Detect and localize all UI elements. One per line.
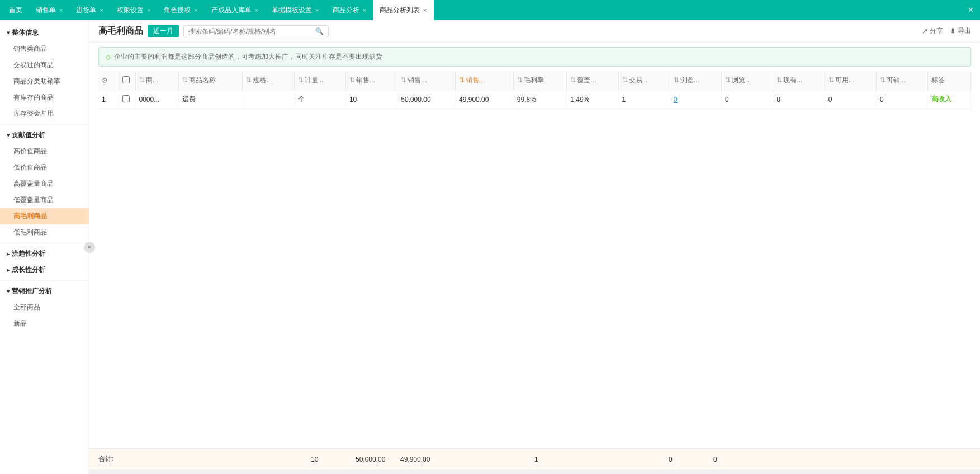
close-tab-permission[interactable]: × (147, 7, 150, 13)
col-trade: ⇅交易... (618, 71, 670, 90)
col-tag: 标签 (928, 71, 971, 90)
data-table: ⚙ ⇅商... ⇅商品名称 ⇅规格... ⇅计量... ⇅销售... ⇅销售..… (98, 71, 971, 109)
footer-cell-empty5 (240, 456, 274, 463)
sidebar-item-in-stock[interactable]: 有库存的商品 (0, 90, 89, 106)
arrow-overall: ▾ (7, 30, 10, 36)
close-all-tabs[interactable]: × (964, 5, 978, 15)
info-icon: ◇ (106, 53, 111, 61)
col-code: ⇅商... (135, 71, 179, 90)
col-stock2: ⇅可用... (825, 71, 876, 90)
footer-empty-rate (442, 456, 486, 463)
footer-cell-empty1 (125, 456, 145, 463)
col-spec: ⇅规格... (243, 71, 294, 90)
tab-product-analysis[interactable]: 商品分析 × (326, 0, 373, 20)
top-nav: 首页 销售单 × 进货单 × 权限设置 × 角色授权 × 产成品入库单 × 单据… (0, 0, 980, 20)
close-tab-product-analysis[interactable]: × (363, 7, 366, 13)
cell-index: 1 (98, 90, 119, 109)
arrow-growth: ▸ (7, 267, 10, 273)
col-browse2: ⇅浏览... (722, 71, 773, 90)
col-coverage: ⇅覆盖... (567, 71, 618, 90)
cell-trade: 1 (618, 90, 670, 109)
tab-purchase[interactable]: 进货单 × (69, 0, 110, 20)
tab-template[interactable]: 单据模板设置 × (265, 0, 325, 20)
footer-total-stock2: 0 (710, 456, 755, 463)
sidebar-item-low-margin[interactable]: 低毛利商品 (0, 224, 89, 241)
header-actions: ↗ 分享 ⬇ 导出 (922, 26, 971, 36)
sidebar-item-low-value[interactable]: 低价值商品 (0, 159, 89, 176)
sidebar-item-sales-goods[interactable]: 销售类商品 (0, 41, 89, 57)
sidebar-item-high-coverage[interactable]: 高覆盖量商品 (0, 176, 89, 192)
sidebar-item-high-value[interactable]: 高价值商品 (0, 143, 89, 159)
sidebar-section-overall[interactable]: ▾ 整体信息 (0, 25, 89, 41)
cell-browse1[interactable]: 0 (670, 90, 721, 109)
col-sales3: ⇅销售... (456, 71, 514, 90)
export-icon: ⬇ (950, 27, 956, 35)
close-tab-purchase[interactable]: × (100, 7, 103, 13)
close-tab-sales-order[interactable]: × (59, 7, 63, 13)
bottom-scrollbar[interactable] (89, 470, 980, 474)
close-tab-product-inbound[interactable]: × (255, 7, 258, 13)
sidebar-item-category-rate[interactable]: 商品分类助销率 (0, 73, 89, 90)
close-tab-role[interactable]: × (194, 7, 197, 13)
footer-label: 合计: (98, 454, 114, 464)
close-tab-product-analysis-list[interactable]: × (423, 7, 427, 13)
cell-browse2: 0 (722, 90, 773, 109)
sidebar: ▾ 整体信息 销售类商品 交易过的商品 商品分类助销率 有库存的商品 库存资金占… (0, 20, 89, 474)
sidebar-item-low-coverage[interactable]: 低覆盖量商品 (0, 192, 89, 208)
cell-sales3: 49,900.00 (456, 90, 514, 109)
content-header: 高毛利商品 近一月 🔍 ↗ 分享 ⬇ 导出 (89, 20, 980, 43)
tab-permission[interactable]: 权限设置 × (110, 0, 157, 20)
col-browse1: ⇅浏览... (670, 71, 721, 90)
table-body: 1 0000... 运费 个 10 50,000.00 49,900.00 99… (98, 90, 971, 109)
footer-total-sales3: 49,900.00 (397, 456, 442, 463)
sidebar-item-all-goods[interactable]: 全部商品 (0, 299, 89, 316)
footer-cell-empty6 (274, 456, 307, 463)
cell-spec (243, 90, 294, 109)
sidebar-section-growth[interactable]: ▸ 成长性分析 (0, 262, 89, 278)
share-icon: ↗ (922, 27, 928, 35)
sidebar-section-trend[interactable]: ▸ 流趋性分析 (0, 246, 89, 262)
cell-gross-rate: 99.8% (513, 90, 566, 109)
table-header-row: ⚙ ⇅商... ⇅商品名称 ⇅规格... ⇅计量... ⇅销售... ⇅销售..… (98, 71, 971, 90)
search-icon[interactable]: 🔍 (315, 27, 324, 35)
info-bar: ◇ 企业的主要的利润都是这部分商品创造的，可考虑加大推广，同时关注库存是不要出现… (98, 47, 971, 67)
cell-sales2: 50,000.00 (397, 90, 456, 109)
cell-sales1: 10 (345, 90, 397, 109)
page-title: 高毛利商品 (98, 25, 143, 37)
footer-values: 10 50,000.00 49,900.00 1 0 0 (125, 456, 971, 463)
footer-total-trade: 1 (531, 456, 576, 463)
main-layout: ▾ 整体信息 销售类商品 交易过的商品 商品分类助销率 有库存的商品 库存资金占… (0, 20, 980, 474)
sidebar-item-new-goods[interactable]: 新品 (0, 316, 89, 332)
tab-product-analysis-list[interactable]: 商品分析列表 × (373, 0, 433, 20)
cell-checkbox[interactable] (119, 90, 135, 109)
cell-stock2: 0 (825, 90, 876, 109)
search-box: 🔍 (183, 25, 329, 37)
footer-cell-empty4 (196, 456, 240, 463)
footer-empty-browse1 (576, 456, 621, 463)
tab-role[interactable]: 角色授权 × (157, 0, 204, 20)
share-btn[interactable]: ↗ 分享 (922, 26, 943, 36)
close-tab-template[interactable]: × (315, 7, 319, 13)
table-wrapper[interactable]: ⚙ ⇅商... ⇅商品名称 ⇅规格... ⇅计量... ⇅销售... ⇅销售..… (89, 71, 980, 448)
export-btn[interactable]: ⬇ 导出 (950, 26, 971, 36)
settings-icon[interactable]: ⚙ (102, 77, 108, 85)
col-name: ⇅商品名称 (179, 71, 243, 90)
sidebar-item-traded-goods[interactable]: 交易过的商品 (0, 57, 89, 73)
tab-product-inbound[interactable]: 产成品入库单 × (205, 0, 265, 20)
sidebar-collapse-btn[interactable]: « (84, 242, 95, 253)
info-text: 企业的主要的利润都是这部分商品创造的，可考虑加大推广，同时关注库存是不要出现缺货 (114, 52, 382, 62)
col-unit: ⇅计量... (294, 71, 345, 90)
tab-home[interactable]: 首页 (2, 0, 29, 20)
sidebar-item-high-margin[interactable]: 高毛利商品 (0, 208, 89, 224)
sidebar-section-contribution[interactable]: ▾ 贡献值分析 (0, 127, 89, 143)
filter-month-btn[interactable]: 近一月 (148, 25, 179, 37)
select-all-checkbox[interactable] (122, 76, 130, 83)
sidebar-item-stock-capital[interactable]: 库存资金占用 (0, 106, 89, 122)
table-row[interactable]: 1 0000... 运费 个 10 50,000.00 49,900.00 99… (98, 90, 971, 109)
tab-sales-order[interactable]: 销售单 × (29, 0, 69, 20)
cell-unit: 个 (294, 90, 345, 109)
col-stock1: ⇅现有... (773, 71, 825, 90)
search-input[interactable] (188, 27, 313, 35)
sidebar-section-marketing[interactable]: ▾ 营销推广分析 (0, 283, 89, 299)
footer-cell-empty3 (162, 456, 196, 463)
